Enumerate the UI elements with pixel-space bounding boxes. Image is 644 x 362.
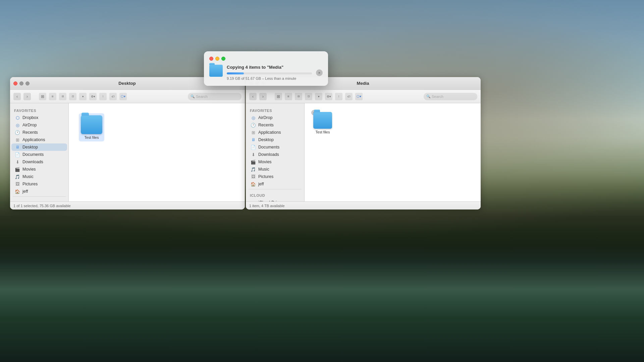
applications-icon: ⊞	[15, 137, 20, 142]
sidebar-item-label-documents-media: Documents	[258, 145, 279, 149]
sidebar-item-downloads-media[interactable]: ⬇ Downloads	[247, 151, 303, 158]
sidebar-item-desktop-desktop[interactable]: 🖥 Desktop	[11, 143, 67, 151]
search-box-desktop[interactable]: 🔍 Search	[188, 93, 241, 100]
favorites-label-desktop: Favorites	[10, 106, 68, 114]
finder-sidebar-media: Favorites ◎ AirDrop 🕐 Recents ⊞ Applicat…	[246, 103, 305, 201]
progress-subtitle: 9.19 GB of 51.67 GB – Less than a minute	[227, 76, 312, 80]
search-box-media[interactable]: 🔍 Search	[424, 93, 477, 100]
finder-body-desktop: Favorites ⬡ Dropbox ◎ AirDrop 🕐 Recents …	[10, 103, 245, 201]
action-btn-desktop[interactable]: ⚙▾	[89, 93, 97, 100]
share-btn-media[interactable]: ↑	[335, 93, 342, 100]
downloads-icon-media: ⬇	[251, 152, 256, 157]
folder-label-test-files-media: Test files	[316, 130, 330, 134]
sidebar-item-label-documents: Documents	[22, 152, 44, 157]
folder-item-test-files-desktop[interactable]: Test files	[79, 113, 104, 141]
view-options-btn-media[interactable]: ▾	[315, 93, 322, 100]
progress-dismiss-btn[interactable]: ×	[316, 69, 323, 76]
forward-btn-desktop[interactable]: ›	[23, 93, 31, 100]
folder-label-test-files-desktop: Test files	[85, 135, 99, 139]
sidebar-item-applications-media[interactable]: ⊞ Applications	[247, 129, 303, 136]
sidebar-item-music-desktop[interactable]: 🎵 Music	[11, 173, 67, 180]
progress-content: Copying 4 items to "Media" 9.19 GB of 51…	[209, 65, 323, 80]
documents-icon-media: 📄	[251, 144, 256, 150]
user-icon-media: 🏠	[251, 181, 256, 187]
progress-dialog: Copying 4 items to "Media" 9.19 GB of 51…	[204, 51, 328, 86]
column-view-btn-media[interactable]: ⊟	[295, 93, 302, 100]
sidebar-item-label-jeff: jeff	[22, 189, 28, 194]
back-btn-desktop[interactable]: ‹	[13, 93, 21, 100]
gallery-view-btn-desktop[interactable]: ⊡	[69, 93, 76, 100]
sidebar-item-label-jeff-media: jeff	[258, 182, 264, 186]
sidebar-item-label-downloads: Downloads	[22, 160, 43, 164]
sidebar-item-dropbox-desktop[interactable]: ⬡ Dropbox	[11, 114, 67, 121]
dialog-maximize-btn[interactable]	[221, 57, 225, 61]
action-btn-media[interactable]: ⚙▾	[325, 93, 332, 100]
sidebar-item-documents-desktop[interactable]: 📄 Documents	[11, 151, 67, 158]
sidebar-item-airdrop-desktop[interactable]: ◎ AirDrop	[11, 121, 67, 129]
finder-close-btn-desktop[interactable]	[13, 81, 17, 85]
sidebar-item-label-applications: Applications	[22, 137, 45, 142]
tag-btn-desktop[interactable]: 🏷	[109, 93, 117, 100]
list-view-btn-desktop[interactable]: ≡	[49, 93, 56, 100]
finder-maximize-btn-desktop[interactable]	[25, 81, 30, 85]
list-view-btn-media[interactable]: ≡	[285, 93, 292, 100]
user-icon-desktop: 🏠	[15, 189, 20, 194]
sidebar-item-desktop-media[interactable]: 🖥 Desktop	[247, 136, 303, 143]
gallery-view-btn-media[interactable]: ⊡	[305, 93, 312, 100]
view-options-btn-desktop[interactable]: ▾	[79, 93, 87, 100]
search-icon-media: 🔍	[426, 95, 430, 98]
tag-btn-media[interactable]: 🏷	[345, 93, 353, 100]
sidebar-item-label-pictures-media: Pictures	[258, 174, 273, 179]
sidebar-item-label-applications-media: Applications	[258, 130, 281, 135]
share-btn-desktop[interactable]: ↑	[99, 93, 107, 100]
finder-toolbar-desktop: ‹ › ⊞ ≡ ⊟ ⊡ ▾ ⚙▾ ↑ 🏷 ⬡▾ 🔍 Search	[10, 90, 245, 103]
recents-icon-media: 🕐	[251, 122, 256, 128]
sidebar-item-music-media[interactable]: 🎵 Music	[247, 166, 303, 173]
airdrop-icon-media: ◎	[251, 115, 256, 120]
icon-view-btn-media[interactable]: ⊞	[275, 93, 282, 100]
favorites-label-media: Favorites	[246, 106, 304, 114]
forward-btn-media[interactable]: ›	[259, 93, 267, 100]
progress-title: Copying 4 items to "Media"	[227, 65, 312, 70]
sidebar-item-jeff-desktop[interactable]: 🏠 jeff	[11, 188, 67, 195]
sidebar-item-label-desktop-media: Desktop	[258, 137, 274, 142]
sidebar-item-movies-desktop[interactable]: 🎬 Movies	[11, 166, 67, 173]
dropbox-btn-media[interactable]: ⬡▾	[355, 93, 363, 100]
finder-body-media: Favorites ◎ AirDrop 🕐 Recents ⊞ Applicat…	[246, 103, 481, 201]
finder-window-desktop: Desktop ‹ › ⊞ ≡ ⊟ ⊡ ▾ ⚙▾ ↑ 🏷 ⬡▾ 🔍 Search…	[10, 77, 245, 209]
sidebar-item-label-desktop: Desktop	[22, 145, 38, 149]
desktop-icon: 🖥	[15, 144, 20, 150]
sidebar-item-applications-desktop[interactable]: ⊞ Applications	[11, 136, 67, 143]
folder-item-test-files-media[interactable]: × Test files	[311, 110, 334, 136]
sidebar-item-jeff-media[interactable]: 🏠 jeff	[247, 180, 303, 188]
icloud-label-desktop: iCloud	[10, 198, 68, 201]
sidebar-item-movies-media[interactable]: 🎬 Movies	[247, 158, 303, 166]
sidebar-item-pictures-desktop[interactable]: 🖼 Pictures	[11, 180, 67, 188]
dialog-close-btn[interactable]	[209, 57, 213, 61]
sidebar-item-label-dropbox: Dropbox	[22, 115, 38, 120]
sidebar-item-label-airdrop: AirDrop	[22, 123, 37, 127]
folder-icon-test-files-desktop	[81, 115, 102, 134]
pictures-icon: 🖼	[15, 181, 20, 187]
finder-statusbar-media: 1 item, 4 TB available	[246, 201, 481, 209]
back-btn-media[interactable]: ‹	[249, 93, 257, 100]
dropbox-btn-desktop[interactable]: ⬡▾	[119, 93, 127, 100]
finder-status-text-desktop: 1 of 1 selected, 75.36 GB available	[13, 204, 71, 208]
finder-minimize-btn-desktop[interactable]	[19, 81, 23, 85]
dialog-minimize-btn[interactable]	[215, 57, 219, 61]
sidebar-item-recents-desktop[interactable]: 🕐 Recents	[11, 129, 67, 136]
finder-status-text-media: 1 item, 4 TB available	[249, 204, 285, 208]
sidebar-item-pictures-media[interactable]: 🖼 Pictures	[247, 173, 303, 180]
sidebar-item-documents-media[interactable]: 📄 Documents	[247, 143, 303, 151]
icon-view-btn-desktop[interactable]: ⊞	[39, 93, 46, 100]
sidebar-item-airdrop-media[interactable]: ◎ AirDrop	[247, 114, 303, 121]
sidebar-item-icloud-media[interactable]: ☁ iCloud Drive	[247, 199, 303, 201]
sidebar-item-downloads-desktop[interactable]: ⬇ Downloads	[11, 158, 67, 166]
column-view-btn-desktop[interactable]: ⊟	[59, 93, 66, 100]
applications-icon-media: ⊞	[251, 130, 256, 135]
finder-sidebar-desktop: Favorites ⬡ Dropbox ◎ AirDrop 🕐 Recents …	[10, 103, 69, 201]
sidebar-item-recents-media[interactable]: 🕐 Recents	[247, 121, 303, 129]
sidebar-item-label-recents: Recents	[22, 130, 38, 135]
pictures-icon-media: 🖼	[251, 174, 256, 179]
progress-folder-icon	[209, 65, 223, 77]
